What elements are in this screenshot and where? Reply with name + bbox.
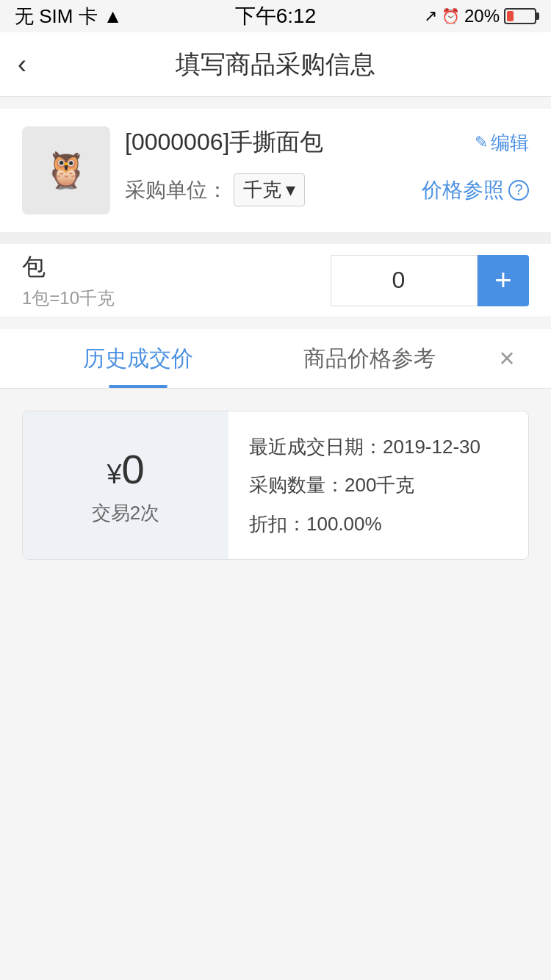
price-reference-button[interactable]: 价格参照 ? (422, 176, 529, 204)
quantity-control: + (331, 255, 529, 306)
recent-date-row: 最近成交日期：2019-12-30 (249, 433, 508, 460)
quantity-row: 包 1包=10千克 + (0, 244, 551, 317)
dropdown-arrow-icon: ▾ (286, 179, 295, 201)
quantity-label: 包 1包=10千克 (22, 251, 115, 310)
help-icon: ? (508, 180, 529, 201)
product-card: 🦉 [0000006]手撕面包 ✎ 编辑 采购单位： 千克 ▾ 价格参照 (0, 109, 551, 232)
tabs-container: 历史成交价 商品价格参考 × (0, 329, 551, 389)
quantity-plus-button[interactable]: + (478, 255, 529, 306)
alarm-icon: ⏰ (442, 7, 460, 25)
section-divider (0, 232, 551, 244)
trade-count: 交易2次 (92, 500, 159, 526)
unit-selector-group: 采购单位： 千克 ▾ (125, 173, 305, 206)
product-header: [0000006]手撕面包 ✎ 编辑 (125, 126, 529, 159)
status-bar: 无 SIM 卡 ▲ 下午6:12 ↗ ⏰ 20% (0, 0, 551, 32)
location-icon: ↗ (424, 7, 437, 26)
back-button[interactable]: ‹ (18, 49, 26, 80)
status-right: ↗ ⏰ 20% (424, 6, 536, 26)
edit-icon: ✎ (475, 133, 488, 152)
product-info: [0000006]手撕面包 ✎ 编辑 采购单位： 千克 ▾ 价格参照 ? (125, 126, 529, 206)
tab-underline (109, 385, 168, 388)
quantity-equiv: 1包=10千克 (22, 287, 115, 310)
battery-pct: 20% (464, 6, 500, 26)
purchase-qty-row: 采购数量：200千克 (249, 472, 508, 498)
tabs-header: 历史成交价 商品价格参考 × (0, 329, 551, 388)
price-summary: ¥0 交易2次 (23, 411, 228, 559)
tab-close-button[interactable]: × (485, 329, 529, 388)
quantity-input[interactable] (331, 255, 478, 306)
price-amount: ¥0 (107, 445, 144, 493)
battery-indicator (504, 8, 536, 24)
wifi-icon: ▲ (104, 5, 123, 28)
tab-historical-price[interactable]: 历史成交价 (22, 329, 253, 388)
battery-fill (507, 11, 514, 21)
product-placeholder-icon: 🦉 (44, 150, 88, 191)
tab-product-price-ref[interactable]: 商品价格参考 (253, 329, 485, 388)
currency-symbol: ¥ (107, 459, 121, 489)
unit-dropdown[interactable]: 千克 ▾ (234, 173, 305, 206)
product-name: [0000006]手撕面包 (125, 126, 323, 159)
price-card: ¥0 交易2次 最近成交日期：2019-12-30 采购数量：200千克 折扣：… (22, 411, 529, 560)
status-time: 下午6:12 (235, 2, 317, 30)
price-details: 最近成交日期：2019-12-30 采购数量：200千克 折扣：100.00% (228, 411, 528, 559)
product-unit-row: 采购单位： 千克 ▾ 价格参照 ? (125, 173, 529, 206)
quantity-unit: 包 (22, 251, 115, 284)
status-carrier: 无 SIM 卡 ▲ (15, 4, 122, 29)
nav-bar: ‹ 填写商品采购信息 (0, 32, 551, 97)
product-image: 🦉 (22, 126, 110, 215)
edit-button[interactable]: ✎ 编辑 (475, 130, 529, 156)
price-content: ¥0 交易2次 最近成交日期：2019-12-30 采购数量：200千克 折扣：… (0, 389, 551, 582)
discount-row: 折扣：100.00% (249, 511, 508, 537)
page-title: 填写商品采购信息 (176, 48, 375, 82)
unit-label: 采购单位： (125, 176, 228, 204)
